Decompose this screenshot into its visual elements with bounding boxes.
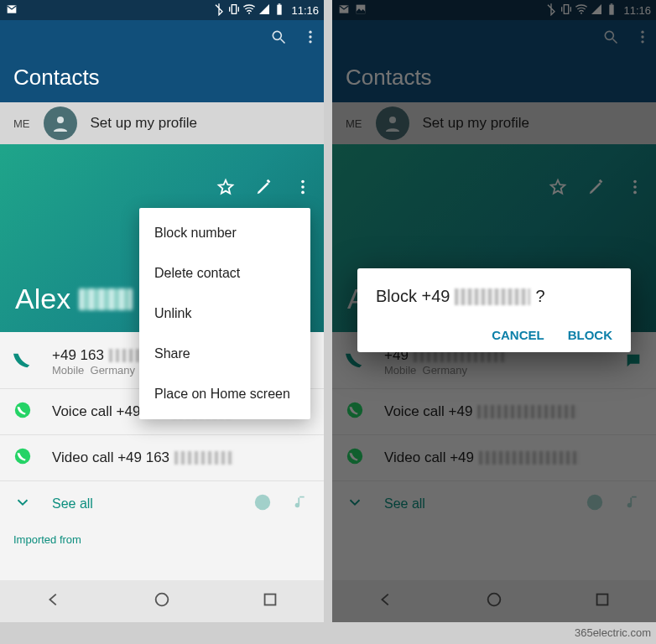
svg-rect-3 xyxy=(279,3,281,4)
svg-point-7 xyxy=(309,40,311,43)
phone-number-prefix: +49 163 xyxy=(52,347,104,364)
nav-bar xyxy=(0,580,324,622)
signal-icon xyxy=(258,3,271,18)
contact-name-text: Alex xyxy=(15,283,70,315)
svg-point-15 xyxy=(156,594,169,606)
edit-icon[interactable] xyxy=(255,178,273,200)
phone-country: Germany xyxy=(91,364,135,377)
svg-point-5 xyxy=(309,31,311,34)
menu-place-home[interactable]: Place on Home screen xyxy=(139,374,310,414)
overflow-icon[interactable] xyxy=(302,29,319,49)
phone-left: 11:16 Contacts ME Set up my profile Alex xyxy=(0,0,324,622)
vibrate-icon xyxy=(227,3,241,18)
status-time: 11:16 xyxy=(291,4,319,17)
search-icon[interactable] xyxy=(270,29,287,49)
nav-back-icon[interactable] xyxy=(44,590,63,612)
video-call-label: Video call +49 163 xyxy=(52,449,169,466)
svg-point-11 xyxy=(301,191,305,195)
phone-icon xyxy=(13,351,32,373)
redacted-number xyxy=(174,451,233,465)
gmail-icon xyxy=(5,3,18,18)
svg-point-4 xyxy=(273,31,281,39)
status-right: 11:16 xyxy=(212,3,319,18)
redacted-name xyxy=(79,288,133,310)
overflow-menu: Block number Delete contact Unlink Share… xyxy=(139,208,310,419)
nav-recent-icon[interactable] xyxy=(261,590,279,612)
contact-overflow-icon[interactable] xyxy=(294,178,312,200)
bluetooth-icon xyxy=(212,3,226,18)
profile-text: Set up my profile xyxy=(91,115,198,132)
svg-point-13 xyxy=(15,449,30,464)
svg-rect-16 xyxy=(264,595,275,605)
avatar xyxy=(44,106,77,140)
status-bar: 11:16 xyxy=(0,0,324,20)
phone-right: 11:16 Contacts ME Set up my profile A +4… xyxy=(332,0,656,622)
see-all-row[interactable]: See all xyxy=(0,481,324,527)
menu-delete-contact[interactable]: Delete contact xyxy=(139,253,310,293)
svg-point-1 xyxy=(248,12,250,13)
see-all-label: See all xyxy=(52,496,93,512)
svg-point-10 xyxy=(301,185,305,189)
wifi-icon xyxy=(242,3,256,18)
svg-rect-2 xyxy=(278,4,282,14)
nav-home-icon[interactable] xyxy=(153,590,171,612)
video-call-row[interactable]: Video call +49 163 xyxy=(0,435,324,481)
svg-point-12 xyxy=(15,402,30,418)
menu-unlink[interactable]: Unlink xyxy=(139,293,310,334)
battery-icon xyxy=(273,3,286,18)
svg-rect-0 xyxy=(232,4,237,13)
cancel-button[interactable]: CANCEL xyxy=(492,328,544,342)
svg-point-6 xyxy=(309,35,311,38)
profile-row[interactable]: ME Set up my profile xyxy=(0,102,324,144)
me-label: ME xyxy=(13,117,30,130)
chevron-down-icon xyxy=(13,493,32,515)
whatsapp-faded-icon xyxy=(253,493,272,515)
page-title: Contacts xyxy=(13,65,100,91)
svg-point-9 xyxy=(301,180,305,184)
imported-from: Imported from xyxy=(0,527,324,566)
redacted-number xyxy=(455,288,530,305)
menu-block-number[interactable]: Block number xyxy=(139,213,310,253)
watermark: 365electric.com xyxy=(575,626,651,639)
block-dialog: Block +49 ? CANCEL BLOCK xyxy=(357,268,631,352)
dialog-title-prefix: Block +49 xyxy=(376,287,450,306)
dialog-title-suffix: ? xyxy=(535,287,544,306)
music-note-icon xyxy=(292,493,310,515)
app-header: Contacts xyxy=(0,20,324,102)
whatsapp-icon xyxy=(13,447,32,469)
whatsapp-icon xyxy=(13,401,32,423)
star-icon[interactable] xyxy=(216,178,235,200)
svg-point-8 xyxy=(57,117,64,123)
dialog-title: Block +49 ? xyxy=(376,287,612,306)
block-button[interactable]: BLOCK xyxy=(568,328,612,342)
menu-share[interactable]: Share xyxy=(139,334,310,374)
svg-point-14 xyxy=(255,495,270,510)
phone-type: Mobile xyxy=(52,364,84,377)
